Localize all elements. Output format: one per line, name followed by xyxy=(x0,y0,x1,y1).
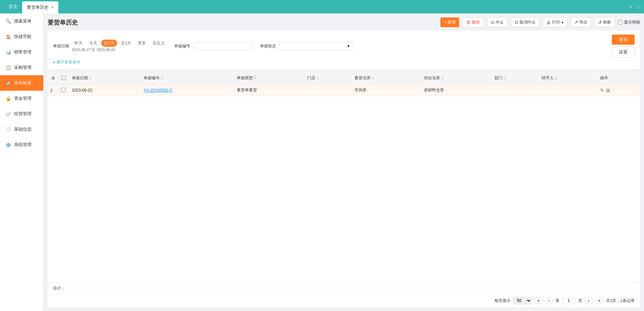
sidebar-item-purchase[interactable]: 📋 采购管理 xyxy=(0,60,43,75)
refresh-button-label: 刷新 xyxy=(603,19,611,25)
total-info: 共1页，1条记录 xyxy=(606,298,635,304)
row-req-warehouse: 车间库 xyxy=(352,85,421,96)
bill-no-input[interactable] xyxy=(193,42,253,50)
select-all-checkbox[interactable] xyxy=(62,76,66,80)
shortcut-today[interactable]: 今天 xyxy=(87,40,100,47)
delete-icon: 🗑 xyxy=(466,20,471,25)
table-row: 1 2023-06-02 YH-20230602-0 要货单要货 车间库 原材料… xyxy=(48,85,640,96)
expand-conditions-button[interactable]: ▾ 展开更多条件 xyxy=(53,59,635,65)
sidebar-item-quick-nav[interactable]: 🏠 快捷导航 xyxy=(0,29,43,44)
next-page-button[interactable]: › xyxy=(585,297,592,304)
row-bill-date: 2023-06-02 xyxy=(69,85,141,96)
bill-no-link[interactable]: YH-20230602-0 xyxy=(144,88,172,93)
row-handler xyxy=(539,85,597,96)
page-input[interactable] xyxy=(562,297,576,304)
sidebar-item-system[interactable]: ⚙️ 系统管理 xyxy=(0,137,43,152)
pagination-bar: 每页显示 50 100 200 « ‹ 第 页 › » 共1页，1条记录 xyxy=(48,294,640,307)
shortcut-more[interactable]: 更多 xyxy=(135,40,149,47)
th-store[interactable]: 门店 ⇅ xyxy=(305,72,352,85)
print-dropdown-icon: ▾ xyxy=(561,20,564,25)
finance-icon: 🔒 xyxy=(5,95,11,101)
tab-close-icon[interactable]: × xyxy=(51,5,54,10)
th-handler[interactable]: 经手人 ⇅ xyxy=(539,72,597,85)
row-checkbox[interactable] xyxy=(58,85,69,96)
operations-icon: 📈 xyxy=(5,111,11,117)
export-icon: ↗ xyxy=(574,20,578,25)
cancel-stop-button[interactable]: ⊙ 取消中止 xyxy=(511,17,539,27)
system-icon: ⚙️ xyxy=(5,142,11,148)
per-page-select[interactable]: 50 100 200 xyxy=(513,297,532,304)
query-button-label: 查询 xyxy=(619,37,628,42)
delete-button-label: 删除 xyxy=(472,19,480,25)
date-filter-label: 单据日期 xyxy=(53,43,69,49)
th-req-warehouse[interactable]: 要货仓库 ⇅ xyxy=(352,72,421,85)
th-settings[interactable]: ⚙ xyxy=(48,72,58,85)
sidebar-item-purchase-label: 采购管理 xyxy=(14,64,32,71)
delete-button[interactable]: 🗑 删除 xyxy=(463,17,484,27)
row-detail-icon[interactable]: ⊞ xyxy=(606,88,610,93)
th-bill-date[interactable]: 单据日期 ⇅ xyxy=(69,72,141,85)
main-layout: 🔍 搜索菜单 🏠 快捷导航 📊 销售管理 📋 采购管理 🏠 库存核算 🔒 资金管… xyxy=(0,13,644,311)
th-dept[interactable]: 部门 ⇅ xyxy=(492,72,539,85)
setting-button-label: 设置 xyxy=(619,49,628,54)
date-shortcuts: 昨天 今天 近7天 近1月 更多 自定义 xyxy=(72,40,167,47)
th-bill-no[interactable]: 单据编号 ⇅ xyxy=(141,72,234,85)
shortcut-1month[interactable]: 近1月 xyxy=(118,40,134,47)
expand-icon: ▾ xyxy=(53,60,55,65)
refresh-button[interactable]: ↺ 刷新 xyxy=(594,17,615,27)
basic-info-icon: 📄 xyxy=(5,126,11,132)
window-maximize-icon[interactable]: □ xyxy=(637,4,640,9)
th-pending-warehouse[interactable]: 待出仓库 ⇅ xyxy=(421,72,492,85)
stop-button[interactable]: ⊙ 中止 xyxy=(487,17,507,27)
row-bill-type: 要货单要货 xyxy=(234,85,305,96)
print-button[interactable]: 🖨 打印 ▾ xyxy=(543,17,567,27)
window-close-icon[interactable]: × xyxy=(630,4,632,9)
sort-req-warehouse-icon: ⇅ xyxy=(372,76,374,80)
setting-button[interactable]: 设置 xyxy=(612,47,635,57)
print-button-label: 打印 xyxy=(552,19,560,25)
row-bill-no[interactable]: YH-20230602-0 xyxy=(141,85,234,96)
last-page-button[interactable]: » xyxy=(595,297,603,304)
th-bill-date-label: 单据日期 xyxy=(72,75,88,81)
shortcut-custom[interactable]: 自定义 xyxy=(150,40,167,47)
row-edit-icon[interactable]: ✎ xyxy=(600,88,604,93)
page-title: 要货单历史 xyxy=(48,18,78,27)
sidebar-item-search-menu-label: 搜索菜单 xyxy=(14,18,32,24)
sidebar-item-operations[interactable]: 📈 经营管理 xyxy=(0,106,43,122)
page-unit-label: 页 xyxy=(578,298,582,304)
display-detail-checkbox-label[interactable]: 显示明细 xyxy=(618,19,640,25)
sidebar-item-sales-label: 销售管理 xyxy=(14,49,32,55)
sidebar-item-search-menu[interactable]: 🔍 搜索菜单 xyxy=(0,13,43,29)
search-menu-icon: 🔍 xyxy=(5,18,11,24)
first-page-button[interactable]: « xyxy=(534,297,543,304)
tab-home[interactable]: 首页 xyxy=(4,0,22,13)
sort-dept-icon: ⇅ xyxy=(503,76,506,80)
new-button[interactable]: + 新增 xyxy=(440,17,459,27)
sidebar-item-basic-info[interactable]: 📄 基础信息 xyxy=(0,122,43,137)
cancel-stop-icon: ⊙ xyxy=(515,20,518,25)
display-detail-checkbox[interactable] xyxy=(618,20,623,25)
quick-nav-icon: 🏠 xyxy=(5,34,11,40)
query-button[interactable]: 查询 xyxy=(612,35,635,45)
bill-no-filter-label: 单据编号 xyxy=(174,43,190,49)
refresh-icon: ↺ xyxy=(598,20,602,25)
shortcut-7days[interactable]: 近7天 xyxy=(101,40,117,47)
th-bill-type[interactable]: 单据类型 ⇅ xyxy=(234,72,305,85)
date-range-text: 2023-05-27 至 2023-06-02 xyxy=(72,47,167,52)
display-detail-label: 显示明细 xyxy=(624,19,640,25)
sidebar-item-inventory[interactable]: 🏠 库存核算 xyxy=(0,75,43,91)
print-icon: 🖨 xyxy=(546,20,551,25)
table-container: ⚙ 单据日期 ⇅ 单据编号 ⇅ xyxy=(48,72,640,307)
shortcut-yesterday[interactable]: 昨天 xyxy=(72,40,85,47)
sidebar-item-basic-info-label: 基础信息 xyxy=(14,126,32,132)
bill-status-select[interactable]: ▾ xyxy=(279,42,353,50)
export-button[interactable]: ↗ 导出 xyxy=(571,17,591,27)
sidebar-item-sales[interactable]: 📊 销售管理 xyxy=(0,44,43,60)
sidebar-item-finance[interactable]: 🔒 资金管理 xyxy=(0,91,43,106)
prev-page-button[interactable]: ‹ xyxy=(545,297,553,304)
filter-row: 单据日期 昨天 今天 近7天 近1月 更多 自定义 2023-05-27 至 2… xyxy=(53,35,635,57)
tab-bill-history[interactable]: 要货单历史 × xyxy=(22,1,58,13)
th-bill-type-label: 单据类型 xyxy=(237,75,253,81)
row-select-checkbox[interactable] xyxy=(61,88,65,92)
sort-bill-type-icon: ⇅ xyxy=(254,76,257,80)
